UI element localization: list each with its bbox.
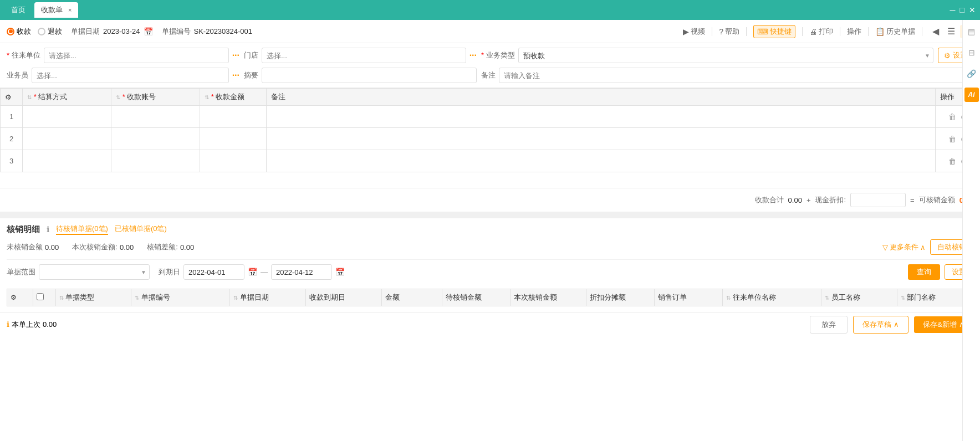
- tab-home[interactable]: 首页: [4, 2, 32, 18]
- amount-cell-2[interactable]: [200, 128, 267, 150]
- amount-input-3[interactable]: [200, 150, 266, 172]
- col-pending-label: 待核销金额: [446, 293, 482, 301]
- calendar-icon[interactable]: 📅: [144, 27, 153, 36]
- range-select[interactable]: [39, 264, 150, 280]
- window-maximize-icon[interactable]: □: [960, 6, 964, 14]
- history-btn[interactable]: 📋 历史单据: [875, 27, 915, 37]
- staff-more-btn[interactable]: ···: [232, 70, 239, 80]
- list-view-btn[interactable]: ☰: [945, 25, 958, 38]
- store-more-btn[interactable]: ···: [469, 50, 477, 60]
- radio-refund[interactable]: 退款: [38, 27, 62, 37]
- tab-done[interactable]: 已核销单据(0笔): [115, 224, 167, 235]
- delete-icon-1[interactable]: 🗑: [948, 112, 956, 121]
- table-row: 1 🗑 ⊕: [1, 106, 980, 128]
- unchecked-label: 未核销金额: [7, 242, 43, 252]
- summary-input[interactable]: [262, 68, 477, 83]
- info-value: 0.00: [43, 320, 57, 329]
- verify-info-icon[interactable]: ℹ: [47, 225, 49, 234]
- bottom-col-current: 本次核销金额: [511, 289, 586, 306]
- settlement-input-3[interactable]: [23, 150, 111, 172]
- col-date-label: 单据日期: [240, 293, 269, 301]
- discount-input[interactable]: [850, 193, 906, 207]
- amount-cell-1[interactable]: [200, 106, 267, 128]
- account-cell-1[interactable]: [111, 106, 200, 128]
- remark-cell-1[interactable]: [267, 106, 936, 128]
- col-gear-header[interactable]: ⚙: [1, 89, 23, 106]
- tab-close-icon[interactable]: ×: [68, 7, 72, 13]
- operation-btn[interactable]: 操作: [847, 27, 861, 37]
- remark-input-1[interactable]: [267, 106, 935, 127]
- business-type-label-text: 业务类型: [486, 51, 515, 59]
- account-input-3[interactable]: [111, 150, 200, 172]
- prev-btn[interactable]: ◀: [929, 25, 942, 38]
- right-sidebar: ▤ ⊟ 🔗 Ai: [962, 20, 980, 441]
- settlement-required: *: [34, 93, 37, 101]
- staff-input[interactable]: [32, 68, 229, 83]
- business-type-select[interactable]: 预收款: [518, 48, 933, 63]
- date-to-calendar-icon[interactable]: 📅: [335, 268, 345, 276]
- abandon-btn[interactable]: 放弃: [810, 316, 848, 334]
- bottom-col-due: 收款到期日: [306, 289, 382, 306]
- print-icon: 🖨: [809, 27, 817, 36]
- counterparty-label-text: 往来单位: [12, 51, 40, 59]
- counterparty-more-btn[interactable]: ···: [232, 50, 239, 60]
- current-stat: 本次核销金额: 0.00: [72, 242, 134, 252]
- date-from-input[interactable]: [183, 264, 244, 280]
- more-conditions-btn[interactable]: ▽ 更多条件 ∧: [882, 242, 926, 252]
- remark-input-3[interactable]: [267, 150, 935, 172]
- delete-icon-2[interactable]: 🗑: [948, 135, 956, 143]
- sort-counterparty-icon: ⇅: [726, 295, 731, 301]
- history-label: 历史单据: [886, 27, 915, 37]
- abandon-label: 放弃: [821, 320, 836, 329]
- video-btn[interactable]: ▶ 视频: [683, 27, 705, 37]
- row-num-2: 2: [1, 128, 23, 150]
- print-btn[interactable]: 🖨 打印: [809, 27, 833, 37]
- remark-input-2[interactable]: [267, 128, 935, 150]
- radio-receive-dot: [7, 28, 14, 35]
- total-label: 收款合计: [755, 195, 784, 205]
- sidebar-table-icon[interactable]: ▤: [964, 24, 979, 39]
- tab-pending[interactable]: 待核销单据(0笔): [56, 224, 108, 235]
- sidebar-ai-icon[interactable]: Ai: [964, 88, 979, 102]
- toolbar-divider-1: [712, 27, 712, 36]
- query-btn[interactable]: 查询: [908, 264, 940, 280]
- date-to-input[interactable]: [271, 264, 332, 280]
- remark-input[interactable]: [499, 68, 973, 83]
- window-close-icon[interactable]: ✕: [969, 6, 976, 14]
- bottom-col-checkbox[interactable]: [33, 289, 55, 306]
- delete-icon-3[interactable]: 🗑: [948, 157, 956, 166]
- settlement-input-2[interactable]: [23, 128, 111, 150]
- account-cell-2[interactable]: [111, 128, 200, 150]
- settlement-input-1[interactable]: [23, 106, 111, 127]
- counterparty-input[interactable]: [44, 48, 229, 63]
- sidebar-doc-icon[interactable]: ⊟: [964, 45, 979, 60]
- sidebar-link-icon[interactable]: 🔗: [964, 66, 979, 81]
- business-type-field: * 业务类型 预收款 ▼: [481, 48, 933, 63]
- radio-receive[interactable]: 收款: [7, 27, 31, 37]
- draft-btn[interactable]: 保存草稿 ∧: [853, 316, 908, 334]
- date-from-calendar-icon[interactable]: 📅: [248, 268, 257, 276]
- settlement-cell-1[interactable]: [23, 106, 111, 128]
- amount-input-2[interactable]: [200, 128, 266, 150]
- sort-number-icon: ⇅: [135, 295, 139, 301]
- account-input-1[interactable]: [111, 106, 200, 127]
- tab-active[interactable]: 收款单 ×: [34, 2, 78, 18]
- settlement-cell-3[interactable]: [23, 150, 111, 172]
- remark-cell-3[interactable]: [267, 150, 936, 172]
- bottom-col-gear[interactable]: ⚙: [7, 289, 33, 306]
- shortcut-btn[interactable]: ⌨ 快捷键: [753, 25, 795, 38]
- available-label: 可核销金额: [919, 195, 955, 205]
- actions-label: 操作: [940, 93, 955, 101]
- remark-cell-2[interactable]: [267, 128, 936, 150]
- store-input[interactable]: [262, 48, 466, 63]
- amount-cell-3[interactable]: [200, 150, 267, 172]
- window-minimize-icon[interactable]: ─: [950, 6, 956, 14]
- account-cell-3[interactable]: [111, 150, 200, 172]
- account-required: *: [122, 93, 125, 101]
- account-input-2[interactable]: [111, 128, 200, 150]
- settlement-cell-2[interactable]: [23, 128, 111, 150]
- select-all-checkbox[interactable]: [37, 293, 44, 300]
- info-icon[interactable]: ℹ: [7, 320, 9, 329]
- help-btn[interactable]: ? 帮助: [719, 27, 739, 37]
- amount-input-1[interactable]: [200, 106, 266, 127]
